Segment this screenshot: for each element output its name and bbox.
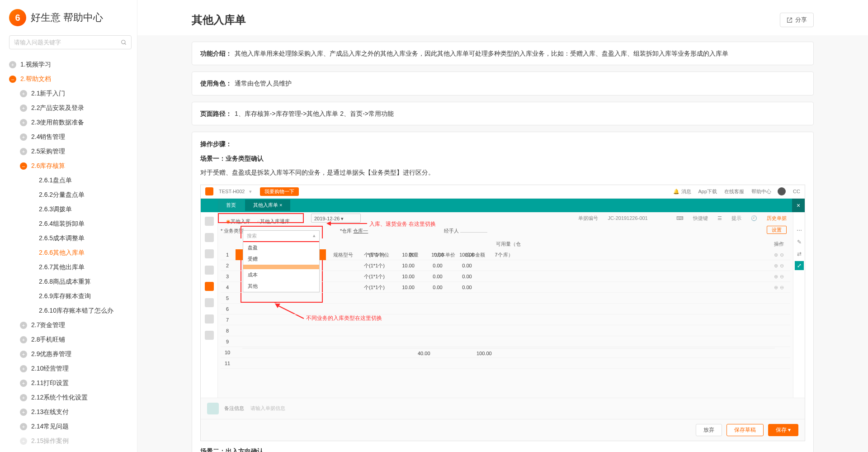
- tool-icon: ⋯: [795, 226, 804, 235]
- nav-item-2-1[interactable]: +2.1新手入门: [20, 86, 132, 101]
- logo-icon: 6: [9, 9, 26, 26]
- doc-no-area: 单据编号 JC-20191226-001 ⌨ 快捷键 ☰ 提示 🕘 历史单据: [570, 215, 787, 222]
- tool-icon: ✎: [795, 238, 804, 247]
- intro-card: 功能介绍：其他入库单用来处理除采购入库、产成品入库之外的其他入库业务，因此其他入…: [192, 42, 814, 65]
- table-row: 8: [221, 325, 790, 336]
- dropdown-item: 其他: [243, 281, 319, 292]
- shop-button: 我要购物一下: [260, 187, 299, 196]
- nav-item-2-7[interactable]: +2.7资金管理: [20, 318, 132, 333]
- nav-item-2-6-4[interactable]: 2.6.4组装拆卸单: [39, 217, 132, 231]
- nav-item-2-6-8[interactable]: 2.6.8商品成本重算: [39, 275, 132, 289]
- nav-item-2-6[interactable]: –2.6库存核算: [20, 159, 132, 173]
- main-content: 其他入库单 分享 功能介绍：其他入库单用来处理除采购入库、产成品入库之外的其他入…: [137, 0, 868, 452]
- dropdown: 搜索▴ 盘盈 受赠 成本 其他: [243, 230, 320, 292]
- role-label: 使用角色：: [200, 80, 232, 87]
- shot-rightbar: ⋯ ✎ ⇄ ⤢: [793, 212, 805, 398]
- tool-icon: ⇄: [795, 249, 804, 258]
- shot-main: ◉ 其他入库 ○ 其他入库退库 2019-12-26 ▾ 入库、退货业务 在这里…: [218, 212, 793, 398]
- save-button: 保存 ▾: [768, 424, 798, 436]
- page-title: 其他入库单: [192, 13, 246, 27]
- role-text: 通常由仓管人员维护: [235, 80, 292, 87]
- svg-point-0: [122, 40, 125, 43]
- nav-tree: +1.视频学习 –2.帮助文档 +2.1新手入门 +2.2产品安装及登录 +2.…: [9, 57, 132, 448]
- site-logo[interactable]: 6 好生意 帮助中心: [9, 9, 132, 26]
- table-row: 7: [221, 314, 790, 325]
- menu-icon: [205, 249, 214, 258]
- nav-item-2-4[interactable]: +2.4销售管理: [20, 130, 132, 144]
- shot-tabbar: 首页 其他入库单 × ×: [201, 199, 805, 212]
- dropdown-item: 成本: [243, 269, 319, 281]
- table-row: 11: [221, 358, 790, 369]
- menu-icon: [205, 331, 214, 340]
- nav-item-2-6-9[interactable]: 2.6.9库存账本查询: [39, 289, 132, 304]
- chevron-down-icon: ▾: [249, 189, 252, 195]
- role-card: 使用角色：通常由仓管人员维护: [192, 71, 814, 95]
- top-msg: 🔔 消息: [673, 188, 691, 195]
- arrow-icon: [326, 219, 367, 228]
- nav-item-2-6-7[interactable]: 2.6.7其他出库单: [39, 260, 132, 275]
- search-icon[interactable]: [121, 39, 127, 46]
- table-row: 6: [221, 304, 790, 314]
- body-section: 操作步骤： 场景一：业务类型确认 对于受赠、盘盈或是拆装入库等不同的业务，是通过…: [192, 132, 814, 452]
- scenario2-title: 场景二：出入方向确认: [200, 447, 805, 452]
- tab-home: 首页: [218, 200, 244, 211]
- app-logo-icon: [205, 187, 213, 195]
- nav-item-2-15[interactable]: +2.15操作案例: [20, 434, 132, 448]
- sidebar: 6 好生意 帮助中心 +1.视频学习 –2.帮助文档 +2.1新手入门 +2.2…: [0, 0, 137, 452]
- scenario1-text: 对于受赠、盘盈或是拆装入库等不同的业务，是通过单据头【业务类型】进行区分。: [200, 167, 805, 178]
- nav-item-2-6-1[interactable]: 2.6.1盘点单: [39, 173, 132, 188]
- svg-line-1: [125, 43, 126, 44]
- nav-item-2-3[interactable]: +2.3使用前数据准备: [20, 115, 132, 130]
- nav-item-2-2[interactable]: +2.2产品安装及登录: [20, 101, 132, 115]
- nav-item-2-14[interactable]: +2.14常见问题: [20, 419, 132, 434]
- nav-item-2-6-5[interactable]: 2.6.5成本调整单: [39, 231, 132, 246]
- site-title: 好生意 帮助中心: [31, 11, 103, 24]
- top-service: 在线客服: [724, 188, 744, 195]
- path-label: 页面路径：: [200, 110, 232, 117]
- nav-item-video[interactable]: +1.视频学习: [9, 57, 132, 72]
- nav-item-2-6-3[interactable]: 2.6.3调拨单: [39, 202, 132, 217]
- shot-sidebar: [201, 212, 218, 398]
- top-user: CC: [793, 189, 800, 194]
- menu-icon: [205, 233, 214, 242]
- path-card: 页面路径：1、库存核算->库存管理->其他入库单 2、首页->常用功能: [192, 102, 814, 125]
- nav-item-2-6-2[interactable]: 2.6.2分量盘点单: [39, 188, 132, 202]
- env-label: TEST-H002: [219, 189, 245, 194]
- steps-heading: 操作步骤：: [200, 140, 805, 148]
- tab-close-icon: ×: [792, 199, 805, 212]
- nav-item-2-5[interactable]: +2.5采购管理: [20, 144, 132, 159]
- nav-item-docs[interactable]: –2.帮助文档: [9, 72, 132, 86]
- plus-icon: +: [9, 61, 16, 68]
- search-box: [9, 35, 132, 49]
- discard-button: 放弃: [696, 424, 722, 436]
- share-icon: [787, 17, 793, 23]
- minus-icon: –: [9, 76, 16, 83]
- svg-marker-3: [326, 221, 331, 226]
- tab-doc: 其他入库单 ×: [245, 200, 290, 211]
- shot-footer: 放弃 保存草稿 保存 ▾: [201, 419, 805, 441]
- dropdown-item: 受赠: [243, 253, 319, 265]
- nav-item-2-10[interactable]: +2.10经营管理: [20, 362, 132, 376]
- top-help: 帮助中心: [751, 188, 771, 195]
- nav-item-2-9[interactable]: +2.9优惠券管理: [20, 347, 132, 362]
- nav-item-2-12[interactable]: +2.12系统个性化设置: [20, 390, 132, 405]
- table-row: 5: [221, 293, 790, 304]
- annotation-box: [218, 213, 304, 223]
- nav-item-2-8[interactable]: +2.8手机旺铺: [20, 333, 132, 347]
- nav-item-2-6-6[interactable]: 2.6.6其他入库单: [39, 246, 132, 260]
- nav-item-2-11[interactable]: +2.11打印设置: [20, 376, 132, 390]
- totals-row: 40.00 100.00: [242, 348, 775, 359]
- share-button[interactable]: 分享: [780, 13, 814, 27]
- scenario1-title: 场景一：业务类型确认: [200, 155, 805, 163]
- settings-button: 设置: [767, 226, 787, 234]
- warehouse-label: *仓库: [340, 228, 352, 233]
- menu-icon: [205, 266, 214, 275]
- screenshot-figure: TEST-H002 ▾ 我要购物一下 🔔 消息 App下载 在线客服 帮助中心 …: [200, 185, 805, 441]
- top-app: App下载: [698, 188, 717, 195]
- search-input[interactable]: [9, 35, 132, 49]
- note-icon: [207, 403, 219, 414]
- nav-item-2-13[interactable]: +2.13在线支付: [20, 405, 132, 419]
- table-row: 9: [221, 336, 790, 347]
- nav-item-2-6-10[interactable]: 2.6.10库存账本错了怎么办: [39, 304, 132, 318]
- operator-label: 经手人: [444, 228, 459, 233]
